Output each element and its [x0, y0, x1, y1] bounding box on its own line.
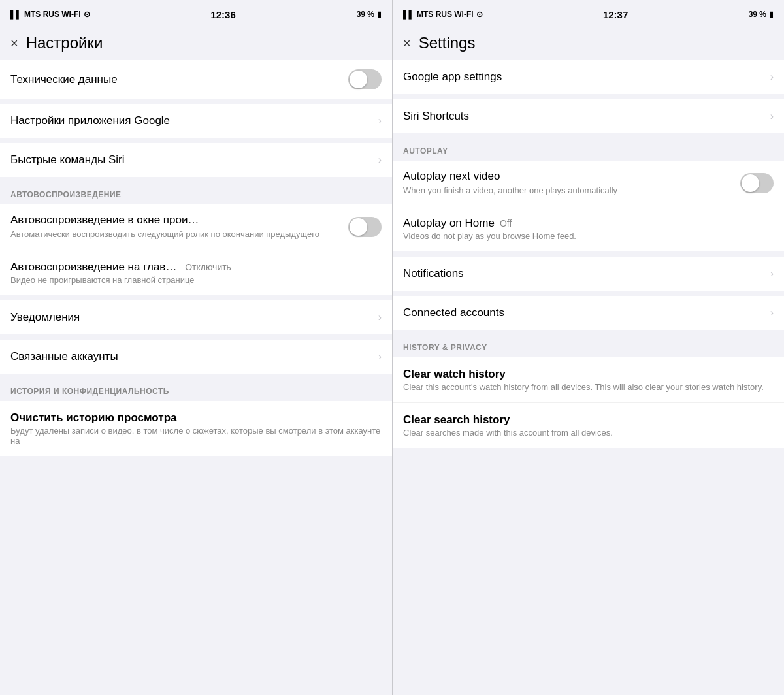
section-header-history-left: История и конфиденциальность: [0, 379, 392, 401]
item-connected-left[interactable]: Связанные аккаунты ›: [0, 340, 392, 374]
content-left: Технические данные Настройки приложения …: [0, 60, 392, 695]
item-autoplay-next-video[interactable]: Autoplay next video When you finish a vi…: [393, 161, 784, 206]
section-autoplay-left: Автовоспроизведение в окне прои… Автомат…: [0, 204, 392, 295]
status-bar-left: ▌▌ MTS RUS Wi-Fi ⊙ 12:36 39 % ▮: [0, 0, 392, 29]
item-clear-watch-title-right: Clear watch history: [403, 368, 506, 381]
section-connected-left: Связанные аккаунты ›: [0, 340, 392, 374]
carrier-left: MTS RUS Wi-Fi: [24, 10, 81, 19]
item-autoplay-home-subtitle-left: Видео не проигрываются на главной страни…: [10, 275, 231, 285]
left-panel: ▌▌ MTS RUS Wi-Fi ⊙ 12:36 39 % ▮ × Настро…: [0, 0, 392, 695]
item-clear-search-right[interactable]: Clear search history Clear searches made…: [393, 403, 784, 448]
item-notifications-title-left: Уведомления: [10, 311, 80, 324]
item-clear-watch-subtitle-right: Clear this account's watch history from …: [403, 382, 764, 392]
item-technical-data-title: Технические данные: [10, 73, 348, 86]
section-history-left: Очистить историю просмотра Будут удалены…: [0, 401, 392, 456]
item-autoplay-home-left[interactable]: Автовоспроизведение на глав… Отключить В…: [0, 250, 392, 295]
item-clear-search-title-right: Clear search history: [403, 413, 510, 427]
item-autoplay-home-subtitle-right: Videos do not play as you browse Home fe…: [403, 231, 576, 241]
chevron-siri-right: ›: [770, 110, 774, 122]
section-header-autoplay-right: AUTOPLAY: [393, 138, 784, 161]
item-autoplay-home-title-left: Автовоспроизведение на глав… Отключить: [10, 261, 231, 274]
time-right: 12:37: [603, 9, 628, 20]
content-right: Google app settings › Siri Shortcuts › A…: [393, 60, 784, 695]
time-left: 12:36: [210, 9, 235, 20]
close-button-left[interactable]: ×: [10, 36, 18, 51]
toggle-autoplay-next[interactable]: [740, 173, 774, 193]
battery-left: 39 % ▮: [357, 10, 382, 19]
item-siri-shortcuts-right[interactable]: Siri Shortcuts ›: [393, 99, 784, 133]
toggle-technical-data[interactable]: [348, 69, 382, 89]
section-header-autoplay-left: АВТОВОСПРОИЗВЕДЕНИЕ: [0, 182, 392, 204]
battery-text-right: 39 %: [749, 10, 766, 19]
item-autoplay-window-subtitle: Автоматически воспроизводить следующий р…: [10, 229, 348, 240]
chevron-siri: ›: [378, 154, 382, 166]
signal-icon: ▌▌: [10, 10, 22, 19]
item-clear-search-subtitle-right: Clear searches made with this account fr…: [403, 428, 613, 438]
carrier-right: MTS RUS Wi-Fi: [417, 10, 474, 19]
section-google-app-right: Google app settings ›: [393, 60, 784, 94]
item-connected-right[interactable]: Connected accounts ›: [393, 296, 784, 330]
item-technical-data[interactable]: Технические данные: [0, 60, 392, 99]
status-left: ▌▌ MTS RUS Wi-Fi ⊙: [10, 10, 90, 19]
section-siri-right: Siri Shortcuts ›: [393, 99, 784, 133]
item-autoplay-home-title-right: Autoplay on Home: [403, 217, 495, 230]
status-bar-right: ▌▌ MTS RUS Wi-Fi ⊙ 12:37 39 % ▮: [393, 0, 784, 29]
battery-text-left: 39 %: [357, 10, 374, 19]
chevron-google-app: ›: [378, 115, 382, 127]
item-autoplay-next-subtitle: When you finish a video, another one pla…: [403, 185, 740, 197]
item-siri-shortcuts[interactable]: Быстрые команды Siri ›: [0, 143, 392, 177]
toggle-autoplay-window[interactable]: [348, 217, 382, 237]
section-notifications-left: Уведомления ›: [0, 300, 392, 334]
battery-icon-right: ▮: [769, 10, 774, 19]
item-autoplay-home-value-left: Отключить: [185, 262, 231, 272]
chevron-google-app-right: ›: [770, 71, 774, 83]
item-autoplay-window-title: Автовоспроизведение в окне прои…: [10, 214, 348, 227]
item-clear-watch-title-left: Очистить историю просмотра: [10, 412, 177, 425]
item-google-app-title-right: Google app settings: [403, 71, 502, 84]
battery-right: 39 % ▮: [749, 10, 774, 19]
section-header-history-right: History & privacy: [393, 335, 784, 357]
page-title-left: Настройки: [26, 34, 103, 52]
chevron-notifications-left: ›: [378, 312, 382, 323]
chevron-notifications-right: ›: [770, 268, 774, 280]
item-google-app-settings-right[interactable]: Google app settings ›: [393, 60, 784, 94]
item-autoplay-home-right[interactable]: Autoplay on Home Off Videos do not play …: [393, 206, 784, 251]
item-clear-watch-right[interactable]: Clear watch history Clear this account's…: [393, 357, 784, 403]
right-panel: ▌▌ MTS RUS Wi-Fi ⊙ 12:37 39 % ▮ × Settin…: [392, 0, 784, 695]
section-autoplay-right: Autoplay next video When you finish a vi…: [393, 161, 784, 251]
status-right-left: ▌▌ MTS RUS Wi-Fi ⊙: [403, 10, 483, 19]
section-history-right: Clear watch history Clear this account's…: [393, 357, 784, 448]
header-left: × Настройки: [0, 29, 392, 60]
header-right: × Settings: [393, 29, 784, 60]
item-clear-watch-subtitle-left: Будут удалены записи о видео, в том числ…: [10, 426, 382, 445]
item-notifications-title-right: Notifications: [403, 267, 464, 280]
item-autoplay-next-title: Autoplay next video: [403, 170, 740, 183]
section-technical: Технические данные: [0, 60, 392, 99]
wifi-icon-right: ⊙: [476, 10, 483, 19]
chevron-connected-left: ›: [378, 351, 382, 363]
item-notifications-left[interactable]: Уведомления ›: [0, 300, 392, 334]
signal-icon-right: ▌▌: [403, 10, 414, 19]
page-title-right: Settings: [419, 34, 476, 52]
wifi-icon-left: ⊙: [84, 10, 90, 19]
battery-icon-left: ▮: [377, 10, 382, 19]
section-connected-right: Connected accounts ›: [393, 296, 784, 330]
item-connected-title-right: Connected accounts: [403, 306, 504, 319]
item-autoplay-window[interactable]: Автовоспроизведение в окне прои… Автомат…: [0, 204, 392, 250]
chevron-connected-right: ›: [770, 307, 774, 319]
section-notifications-right: Notifications ›: [393, 257, 784, 291]
item-connected-title-left: Связанные аккаунты: [10, 350, 118, 363]
item-autoplay-home-value-right: Off: [500, 218, 512, 229]
section-google-app: Настройки приложения Google ›: [0, 104, 392, 138]
item-siri-title-right: Siri Shortcuts: [403, 110, 469, 123]
close-button-right[interactable]: ×: [403, 36, 411, 51]
item-google-app-title: Настройки приложения Google: [10, 114, 170, 127]
item-clear-watch-left[interactable]: Очистить историю просмотра Будут удалены…: [0, 401, 392, 456]
section-siri: Быстрые команды Siri ›: [0, 143, 392, 177]
item-notifications-right[interactable]: Notifications ›: [393, 257, 784, 291]
item-google-app-settings[interactable]: Настройки приложения Google ›: [0, 104, 392, 138]
item-siri-title: Быстрые команды Siri: [10, 154, 125, 167]
